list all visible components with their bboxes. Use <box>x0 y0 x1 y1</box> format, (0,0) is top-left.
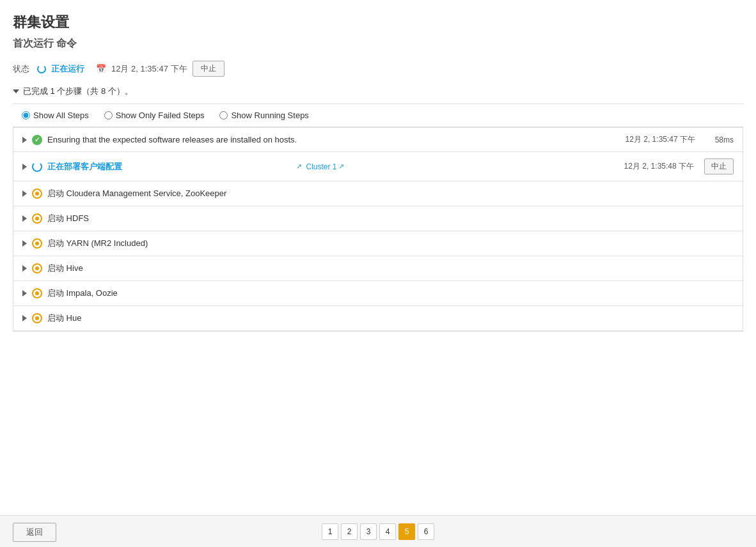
step-pending-icon <box>32 313 42 323</box>
table-row: Ensuring that the expected software rele… <box>13 128 743 152</box>
expand-arrow-icon[interactable] <box>22 190 27 197</box>
status-running-text: 正在运行 <box>51 63 84 75</box>
status-label: 状态 <box>13 63 29 75</box>
step-pending-icon <box>32 189 42 199</box>
main-abort-button[interactable]: 中止 <box>193 61 224 77</box>
steps-container: Ensuring that the expected software rele… <box>13 127 743 332</box>
table-row: 启动 YARN (MR2 Included) <box>13 231 743 256</box>
step-cluster-link[interactable]: Cluster 1 <box>306 162 336 171</box>
expand-arrow-icon[interactable] <box>22 240 27 247</box>
page-subtitle: 首次运行 命令 <box>13 37 743 50</box>
external-link-icon: ↗ <box>296 162 302 171</box>
status-row: 状态 正在运行 📅 12月 2, 1:35:47 下午 中止 <box>13 61 743 77</box>
page-button[interactable]: 5 <box>398 523 415 540</box>
expand-arrow-icon[interactable] <box>22 137 27 143</box>
step-label: 启动 Hue <box>47 312 391 324</box>
filter-all-label: Show All Steps <box>33 111 89 120</box>
page-button[interactable]: 3 <box>360 523 377 540</box>
cluster-external-icon: ↗ <box>338 162 344 171</box>
filter-failed-label: Show Only Failed Steps <box>116 111 205 120</box>
steps-summary-text: 已完成 1 个步骤（共 8 个）。 <box>23 86 133 97</box>
filter-show-failed[interactable]: Show Only Failed Steps <box>104 111 205 120</box>
table-row: 启动 Cloudera Management Service, ZooKeepe… <box>13 181 743 206</box>
step-label: 启动 YARN (MR2 Included) <box>47 238 391 249</box>
step-pending-icon <box>32 213 42 224</box>
expand-arrow-icon[interactable] <box>22 290 27 297</box>
step-label: 启动 HDFS <box>47 213 391 224</box>
filter-running-label: Show Running Steps <box>231 111 308 120</box>
calendar-icon: 📅 <box>96 64 106 73</box>
page-container: 群集设置 首次运行 命令 状态 正在运行 📅 12月 2, 1:35:47 下午… <box>0 0 756 370</box>
running-spinner-icon <box>37 65 46 73</box>
page-title: 群集设置 <box>13 13 743 32</box>
step-timestamp: 12月 2, 1:35:47 下午 <box>593 134 695 145</box>
step-label: 正在部署客户端配置 <box>47 161 295 173</box>
back-button[interactable]: 返回 <box>13 523 56 542</box>
step-label: 启动 Impala, Oozie <box>47 288 391 299</box>
table-row: 启动 Hue <box>13 306 743 331</box>
page-button[interactable]: 2 <box>341 523 358 540</box>
expand-arrow-icon[interactable] <box>22 164 27 170</box>
step-pending-icon <box>32 288 42 298</box>
step-pending-icon <box>32 238 42 249</box>
status-time: 12月 2, 1:35:47 下午 <box>111 63 187 75</box>
step-label: 启动 Hive <box>47 263 391 274</box>
collapse-icon[interactable] <box>13 89 19 93</box>
filter-failed-radio[interactable] <box>104 111 113 119</box>
steps-summary: 已完成 1 个步骤（共 8 个）。 <box>13 86 743 97</box>
page-button[interactable]: 1 <box>322 523 338 540</box>
step-pending-icon <box>32 263 42 274</box>
step-timestamp: 12月 2, 1:35:48 下午 <box>592 161 694 172</box>
step-label: 启动 Cloudera Management Service, ZooKeepe… <box>47 188 391 199</box>
expand-arrow-icon[interactable] <box>22 315 27 321</box>
filter-row: Show All Steps Show Only Failed Steps Sh… <box>13 104 743 127</box>
filter-running-radio[interactable] <box>219 111 228 119</box>
expand-arrow-icon[interactable] <box>22 215 27 222</box>
step-running-icon <box>32 162 42 172</box>
page-button[interactable]: 6 <box>418 523 434 540</box>
filter-show-running[interactable]: Show Running Steps <box>219 111 308 120</box>
table-row: 启动 HDFS <box>13 206 743 231</box>
filter-show-all[interactable]: Show All Steps <box>22 111 89 120</box>
page-button[interactable]: 4 <box>379 523 396 540</box>
table-row: 正在部署客户端配置↗Cluster 1↗12月 2, 1:35:48 下午中止 <box>13 152 743 181</box>
expand-arrow-icon[interactable] <box>22 265 27 272</box>
step-duration: 58ms <box>695 135 734 144</box>
step-label: Ensuring that the expected software rele… <box>47 135 320 144</box>
table-row: 启动 Impala, Oozie <box>13 281 743 306</box>
step-success-icon <box>32 135 42 145</box>
pagination-bar: 123456 <box>0 515 756 547</box>
table-row: 启动 Hive <box>13 256 743 281</box>
filter-all-radio[interactable] <box>22 111 30 119</box>
step-abort-button[interactable]: 中止 <box>704 158 734 174</box>
